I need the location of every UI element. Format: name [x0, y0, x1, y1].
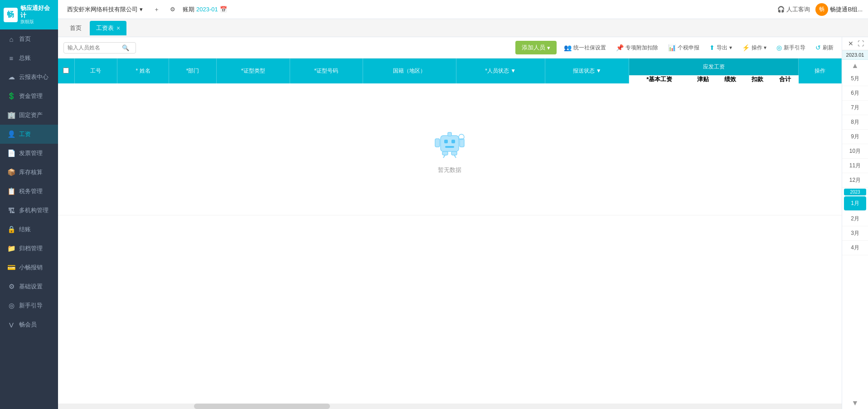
tab-label-home: 首页 — [70, 24, 82, 32]
sidebar-item-ledger[interactable]: ≡总账 — [0, 49, 58, 68]
sidebar-item-member[interactable]: V畅会员 — [0, 315, 58, 334]
month-item-prev[interactable]: 10月 — [842, 144, 868, 159]
sidebar-item-archive[interactable]: 📁归档管理 — [0, 239, 58, 258]
svg-rect-9 — [451, 151, 457, 155]
toolbar-action-operations[interactable]: ⚡操作 ▾ — [739, 42, 769, 54]
toolbar-action-social-security[interactable]: 👥统一社保设置 — [561, 42, 609, 54]
sidebar-item-expense[interactable]: 💳小畅报销 — [0, 258, 58, 277]
sidebar-item-fund[interactable]: 💲资金管理 — [0, 87, 58, 106]
col-nation: 国籍（地区） — [363, 58, 456, 83]
add-company-btn[interactable]: ＋ — [150, 3, 163, 16]
select-all-checkbox[interactable] — [63, 68, 69, 73]
logo-icon: 畅 — [4, 8, 18, 22]
svg-rect-3 — [445, 146, 454, 148]
logo-sub: 旗舰版 — [20, 19, 54, 25]
settings-btn[interactable]: ⚙ — [166, 3, 179, 16]
month-item-prev[interactable]: 5月 — [842, 72, 868, 86]
calendar-icon[interactable]: 📅 — [220, 6, 227, 13]
month-item-prev[interactable]: 8月 — [842, 115, 868, 130]
panel-maximize-btn[interactable]: ⛶ — [856, 39, 865, 48]
search-input[interactable] — [68, 44, 122, 51]
month-item-prev[interactable]: 11月 — [842, 159, 868, 173]
month-item-2月[interactable]: 2月 — [842, 212, 868, 226]
sidebar-label-tax: 税务管理 — [19, 187, 43, 195]
sidebar-item-close[interactable]: 🔒结账 — [0, 220, 58, 239]
action-label-social-security: 统一社保设置 — [573, 44, 606, 52]
sidebar-icon-archive: 📁 — [7, 244, 15, 253]
month-item-prev[interactable]: 6月 — [842, 86, 868, 101]
tab-home[interactable]: 首页 — [63, 21, 88, 35]
col-checkbox — [58, 58, 74, 83]
toolbar-action-tax-report[interactable]: 📊个税申报 — [665, 42, 702, 54]
logo-text: 畅应通好会计 — [20, 5, 54, 19]
sidebar-label-member: 畅会员 — [19, 321, 37, 329]
action-icon-tax-report: 📊 — [668, 44, 676, 51]
add-person-button[interactable]: 添加人员 ▾ — [515, 41, 557, 54]
content-area: 🔍 添加人员 ▾ 👥统一社保设置📌专项附加扣除📊个税申报⬆导出 ▾⚡操作 ▾◎新… — [58, 37, 868, 409]
topbar: 西安虾米网络科技有限公司 ▾ ＋ ⚙ 账期 2023-01 📅 🎧 人工客询 畅… — [58, 0, 868, 19]
company-selector[interactable]: 西安虾米网络科技有限公司 ▾ — [63, 4, 146, 15]
sidebar: 畅 畅应通好会计 旗舰版 ⌂首页≡总账☁云报表中心💲资金管理🏢固定资产👤工资📄发… — [0, 0, 58, 409]
svg-rect-7 — [460, 139, 464, 147]
col-subsidy: 津贴 — [689, 75, 717, 83]
sidebar-item-tax[interactable]: 📋税务管理 — [0, 182, 58, 201]
toolbar-action-refresh[interactable]: ↺刷新 — [813, 42, 836, 54]
app-logo[interactable]: 畅 畅应通好会计 旗舰版 — [0, 0, 58, 29]
month-panel: ✕ ⛶ 2023.01 ▲ 5月6月7月8月9月10月11月12月20231月2… — [842, 37, 868, 409]
sidebar-item-fixed-asset[interactable]: 🏢固定资产 — [0, 106, 58, 125]
sidebar-label-fixed-asset: 固定资产 — [19, 111, 43, 119]
sidebar-label-inventory: 库存核算 — [19, 168, 43, 176]
month-item-prev[interactable]: 7月 — [842, 101, 868, 115]
sidebar-item-inventory[interactable]: 📦库存核算 — [0, 163, 58, 182]
search-icon: 🔍 — [122, 44, 129, 51]
toolbar-action-special-deduct[interactable]: 📌专项附加扣除 — [613, 42, 661, 54]
col-cert-type: *证型类型 — [217, 58, 290, 83]
month-item-prev[interactable]: 9月 — [842, 130, 868, 144]
sidebar-icon-multi-org: 🏗 — [7, 207, 15, 214]
month-item-1月[interactable]: 1月 — [844, 196, 866, 211]
sidebar-label-invoice: 发票管理 — [19, 149, 43, 157]
month-item-3月[interactable]: 3月 — [842, 226, 868, 241]
month-nav-up[interactable]: ▲ — [842, 60, 868, 72]
toolbar-right: 添加人员 ▾ 👥统一社保设置📌专项附加扣除📊个税申报⬆导出 ▾⚡操作 ▾◎新手引… — [515, 41, 836, 54]
col-report-status: 报送状态 ▼ — [545, 58, 629, 83]
sidebar-item-multi-org[interactable]: 🏗多机构管理 — [0, 201, 58, 220]
user-btn[interactable]: 畅 畅捷通B组... — [815, 3, 863, 16]
tab-wage-table[interactable]: 工资表× — [90, 21, 126, 35]
col-cert-no: *证型号码 — [290, 58, 363, 83]
empty-text: 暂无数据 — [438, 166, 461, 174]
sidebar-item-home[interactable]: ⌂首页 — [0, 29, 58, 49]
col-salary-group: 应发工资 — [629, 58, 799, 75]
svg-rect-6 — [435, 139, 440, 147]
svg-line-10 — [443, 155, 445, 158]
action-label-export: 导出 ▾ — [717, 44, 732, 52]
toolbar-action-guide[interactable]: ◎新手引导 — [774, 42, 808, 54]
col-dept: *部门 — [169, 58, 217, 83]
month-item-prev[interactable]: 12月 — [842, 173, 868, 188]
toolbar-action-export[interactable]: ⬆导出 ▾ — [707, 42, 734, 54]
sidebar-item-invoice[interactable]: 📄发票管理 — [0, 144, 58, 163]
action-label-guide: 新手引导 — [784, 44, 805, 52]
sidebar-item-wage[interactable]: 👤工资 — [0, 125, 58, 144]
sidebar-item-settings[interactable]: ⚙基础设置 — [0, 277, 58, 296]
sidebar-icon-expense: 💳 — [7, 263, 15, 272]
panel-top-btns: ✕ ⛶ — [842, 37, 868, 50]
service-btn[interactable]: 🎧 人工客询 — [777, 5, 810, 14]
period-value[interactable]: 2023-01 — [196, 6, 218, 13]
scrollbar-thumb[interactable] — [194, 404, 330, 409]
sidebar-icon-fixed-asset: 🏢 — [7, 111, 15, 119]
sidebar-item-guide[interactable]: ◎新手引导 — [0, 296, 58, 315]
panel-close-btn[interactable]: ✕ — [846, 39, 855, 48]
tab-close-wage-table[interactable]: × — [116, 24, 120, 32]
wage-area: 🔍 添加人员 ▾ 👥统一社保设置📌专项附加扣除📊个税申报⬆导出 ▾⚡操作 ▾◎新… — [58, 37, 842, 409]
search-wrap: 🔍 — [63, 42, 136, 54]
month-nav-down[interactable]: ▼ — [842, 397, 868, 409]
empty-state: 暂无数据 — [62, 88, 838, 210]
month-item-4月[interactable]: 4月 — [842, 241, 868, 255]
sidebar-label-archive: 归档管理 — [19, 244, 43, 253]
sidebar-item-cloud-report[interactable]: ☁云报表中心 — [0, 68, 58, 87]
table-scrollbar[interactable] — [58, 404, 842, 409]
logo-text-wrap: 畅应通好会计 旗舰版 — [20, 5, 54, 25]
sidebar-label-ledger: 总账 — [19, 54, 31, 62]
user-avatar: 畅 — [815, 3, 828, 16]
